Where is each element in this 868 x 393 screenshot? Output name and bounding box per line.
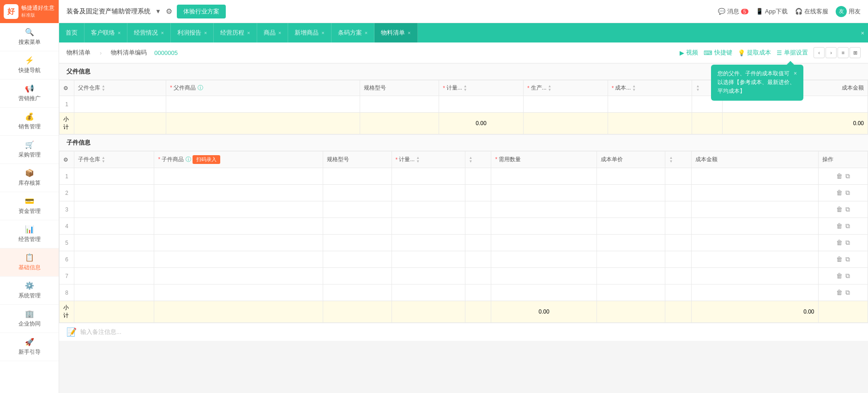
child-sort2-7[interactable] xyxy=(665,268,692,284)
child-amount-2[interactable] xyxy=(692,185,818,201)
copy-row-1-icon[interactable]: ⧉ xyxy=(845,172,850,180)
child-warehouse-6[interactable] xyxy=(74,251,154,268)
delete-row-3-icon[interactable]: 🗑 xyxy=(836,206,843,213)
delete-row-4-icon[interactable]: 🗑 xyxy=(836,222,843,230)
child-product-7[interactable] xyxy=(154,268,323,284)
child-unit-8[interactable] xyxy=(392,284,465,301)
tab-barcode[interactable]: 条码方案 × xyxy=(332,23,374,42)
child-warehouse-4[interactable] xyxy=(74,218,154,235)
sidebar-item-finance[interactable]: 💳 资金管理 xyxy=(0,192,59,220)
child-product-4[interactable] xyxy=(154,218,323,235)
child-amount-4[interactable] xyxy=(692,218,818,235)
child-sort2-4[interactable] xyxy=(665,218,692,235)
dropdown-arrow[interactable]: ▼ xyxy=(155,8,161,15)
parent-cost-1[interactable] xyxy=(608,96,692,113)
parent-product-1[interactable] xyxy=(166,96,360,113)
close-profit-tab[interactable]: × xyxy=(204,30,207,36)
tab-profit[interactable]: 利润报告 × xyxy=(171,23,214,42)
child-sort-5[interactable] xyxy=(465,235,491,251)
child-product-2[interactable] xyxy=(154,185,323,201)
child-unit-cost-6[interactable] xyxy=(597,251,665,268)
child-product-8[interactable] xyxy=(154,284,323,301)
tab-bom[interactable]: 物料清单 × xyxy=(374,23,417,42)
child-sort2-3[interactable] xyxy=(665,201,692,218)
close-all-tabs[interactable]: × xyxy=(857,23,868,42)
user-action[interactable]: 友 用友 xyxy=(836,6,861,17)
sidebar-item-operations[interactable]: 📊 经营管理 xyxy=(0,220,59,248)
child-unit-6[interactable] xyxy=(392,251,465,268)
child-sort-1[interactable] xyxy=(465,168,491,185)
close-history-tab[interactable]: × xyxy=(247,30,250,36)
child-amount-8[interactable] xyxy=(692,284,818,301)
delete-row-5-icon[interactable]: 🗑 xyxy=(836,239,843,247)
child-sort2-1[interactable] xyxy=(665,168,692,185)
child-spec-4[interactable] xyxy=(323,218,392,235)
child-product-1[interactable] xyxy=(154,168,323,185)
breadcrumb-main[interactable]: 物料清单 xyxy=(66,48,90,57)
child-unit-3[interactable] xyxy=(392,201,465,218)
prev-page-btn[interactable]: ‹ xyxy=(814,47,825,58)
tab-operations[interactable]: 经营情况 × xyxy=(127,23,170,42)
child-amount-7[interactable] xyxy=(692,268,818,284)
delete-row-1-icon[interactable]: 🗑 xyxy=(836,172,843,180)
copy-row-7-icon[interactable]: ⧉ xyxy=(845,272,850,280)
child-qty-3[interactable] xyxy=(491,201,597,218)
parent-production-1[interactable] xyxy=(523,96,608,113)
child-qty-1[interactable] xyxy=(491,168,597,185)
child-sort2-8[interactable] xyxy=(665,284,692,301)
sidebar-item-basic-info[interactable]: 📋 基础信息 xyxy=(0,248,59,277)
child-unit-cost-5[interactable] xyxy=(597,235,665,251)
close-bom-tab[interactable]: × xyxy=(408,30,410,36)
delete-row-7-icon[interactable]: 🗑 xyxy=(836,272,843,280)
tab-customer[interactable]: 客户联络 × xyxy=(84,23,127,42)
child-unit-cost-7[interactable] xyxy=(597,268,665,284)
child-unit-4[interactable] xyxy=(392,218,465,235)
copy-row-5-icon[interactable]: ⧉ xyxy=(845,239,850,247)
child-amount-1[interactable] xyxy=(692,168,818,185)
sidebar-item-quick-nav[interactable]: ⚡ 快捷导航 xyxy=(0,51,59,79)
child-spec-5[interactable] xyxy=(323,235,392,251)
online-service-action[interactable]: 🎧 在线客服 xyxy=(795,7,828,16)
child-sort2-6[interactable] xyxy=(665,251,692,268)
extract-cost-action[interactable]: 💡 提取成本 xyxy=(738,48,771,57)
parent-col-settings[interactable]: ⚙ xyxy=(60,80,74,96)
child-qty-7[interactable] xyxy=(491,268,597,284)
parent-unit-1[interactable] xyxy=(439,96,524,113)
message-action[interactable]: 💬 消息 5 xyxy=(718,7,748,16)
child-product-3[interactable] xyxy=(154,201,323,218)
child-unit-cost-3[interactable] xyxy=(597,201,665,218)
next-page-btn[interactable]: › xyxy=(826,47,837,58)
child-qty-5[interactable] xyxy=(491,235,597,251)
video-action[interactable]: ▶ 视频 xyxy=(680,48,698,57)
sidebar-item-search[interactable]: 🔍 搜索菜单 xyxy=(0,23,59,51)
child-warehouse-8[interactable] xyxy=(74,284,154,301)
child-unit-cost-2[interactable] xyxy=(597,185,665,201)
close-customer-tab[interactable]: × xyxy=(118,30,121,36)
sidebar-item-sales[interactable]: 💰 销售管理 xyxy=(0,108,59,136)
tab-goods[interactable]: 商品 × xyxy=(257,23,288,42)
child-sort-4[interactable] xyxy=(465,218,491,235)
child-amount-3[interactable] xyxy=(692,201,818,218)
child-unit-2[interactable] xyxy=(392,185,465,201)
child-product-5[interactable] xyxy=(154,235,323,251)
sidebar-item-guide[interactable]: 🚀 新手引导 xyxy=(0,333,59,361)
child-spec-2[interactable] xyxy=(323,185,392,201)
copy-row-8-icon[interactable]: ⧉ xyxy=(845,289,850,296)
child-warehouse-5[interactable] xyxy=(74,235,154,251)
copy-row-6-icon[interactable]: ⧉ xyxy=(845,255,850,263)
app-download-action[interactable]: 📱 App下载 xyxy=(756,7,788,16)
experience-btn[interactable]: 体验行业方案 xyxy=(177,5,226,18)
child-unit-cost-8[interactable] xyxy=(597,284,665,301)
child-warehouse-1[interactable] xyxy=(74,168,154,185)
child-sort2-5[interactable] xyxy=(665,235,692,251)
child-product-6[interactable] xyxy=(154,251,323,268)
shortcut-action[interactable]: ⌨ 快捷键 xyxy=(704,48,732,57)
tooltip-close-btn[interactable]: × xyxy=(794,69,797,78)
child-sort-8[interactable] xyxy=(465,284,491,301)
child-qty-8[interactable] xyxy=(491,284,597,301)
sidebar-item-system[interactable]: ⚙️ 系统管理 xyxy=(0,277,59,305)
child-col-settings[interactable]: ⚙ xyxy=(60,151,74,168)
settings-icon[interactable]: ⚙ xyxy=(166,7,172,16)
child-sort-7[interactable] xyxy=(465,268,491,284)
child-sort-3[interactable] xyxy=(465,201,491,218)
